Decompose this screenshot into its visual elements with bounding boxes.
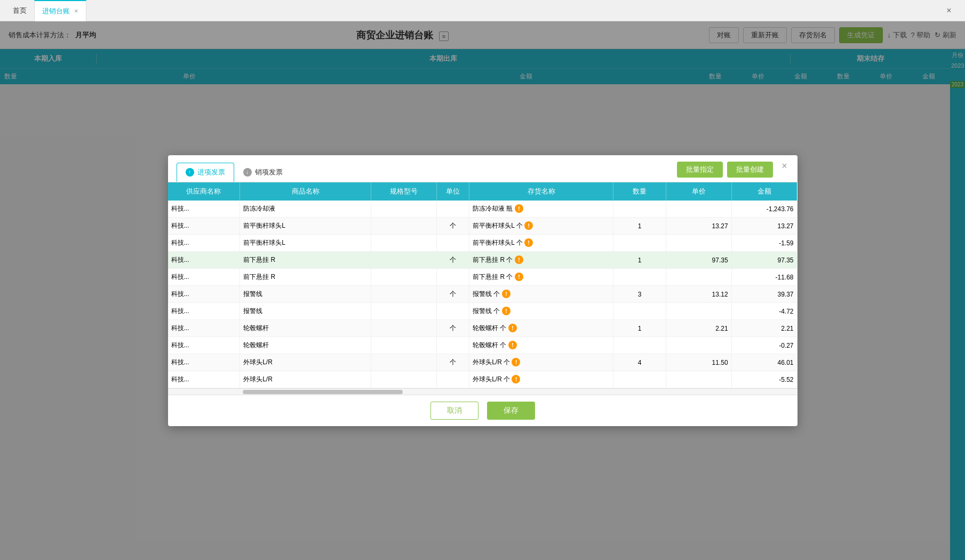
table-row[interactable]: 科技...前下悬挂 R前下悬挂 R 个 !-11.68 [168, 269, 797, 286]
table-row[interactable]: 科技...前下悬挂 R个前下悬挂 R 个 !197.3597.35 [168, 252, 797, 269]
table-row[interactable]: 科技...外球头L/R外球头L/R 个 !-5.52 [168, 371, 797, 388]
main-area: 销售成本计算方法： 月平均 商贸企业进销台账 ≡ 对账 重新开账 存货别名 生成… [0, 21, 965, 560]
warning-icon: ! [512, 375, 520, 383]
col-supplier: 供应商名称 [168, 182, 240, 201]
col-amount: 金额 [731, 182, 797, 201]
home-tab-label: 首页 [13, 6, 27, 15]
cancel-button[interactable]: 取消 [430, 402, 478, 420]
modal-header-actions: 批量指定 批量创建 [677, 162, 789, 182]
modal-body: 供应商名称 商品名称 规格型号 单位 存货名称 数量 单价 金额 科技...防冻… [168, 182, 797, 388]
warning-icon: ! [515, 255, 523, 264]
save-button[interactable]: 保存 [487, 402, 535, 420]
table-row[interactable]: 科技...前平衡杆球头L前平衡杆球头L 个 !-1.59 [168, 235, 797, 252]
income-invoice-tab[interactable]: ↑ 进项发票 [177, 163, 234, 182]
income-tab-label: 进项发票 [197, 167, 225, 177]
invoice-modal: ↑ 进项发票 ↓ 销项发票 批量指定 批量创建 × [168, 155, 797, 426]
active-tab[interactable]: 进销台账 × [34, 0, 86, 21]
table-row[interactable]: 科技...报警线报警线 个 !-4.72 [168, 303, 797, 320]
invoice-table: 供应商名称 商品名称 规格型号 单位 存货名称 数量 单价 金额 科技...防冻… [168, 182, 797, 388]
table-row[interactable]: 科技...防冻冷却液防冻冷却液 瓶 !-1,243.76 [168, 201, 797, 218]
horizontal-scrollbar[interactable] [168, 388, 797, 395]
table-row[interactable]: 科技...轮毂螺杆个轮毂螺杆 个 !12.212.21 [168, 320, 797, 337]
modal-overlay: ↑ 进项发票 ↓ 销项发票 批量指定 批量创建 × [0, 21, 965, 560]
modal-footer: 取消 保存 [168, 395, 797, 426]
sales-tab-label: 销项发票 [255, 167, 283, 177]
warning-icon: ! [502, 307, 511, 315]
warning-icon: ! [508, 341, 517, 349]
col-inventory-name: 存货名称 [469, 182, 613, 201]
window-close-button[interactable]: × [938, 0, 960, 21]
warning-icon: ! [512, 358, 520, 366]
warning-icon: ! [508, 324, 517, 332]
table-row[interactable]: 科技...报警线个报警线 个 !313.1239.37 [168, 286, 797, 303]
scrollbar-thumb[interactable] [243, 390, 403, 394]
sales-tab-icon: ↓ [243, 168, 252, 177]
col-unit-price: 单价 [666, 182, 731, 201]
tab-close-icon[interactable]: × [74, 7, 78, 15]
top-bar: 首页 进销台账 × × [0, 0, 965, 21]
table-row[interactable]: 科技...外球头L/R个外球头L/R 个 !411.5046.01 [168, 354, 797, 371]
active-tab-label: 进销台账 [42, 6, 70, 16]
col-product-name: 商品名称 [240, 182, 371, 201]
income-tab-icon: ↑ [186, 168, 194, 177]
warning-icon: ! [502, 290, 511, 298]
col-unit: 单位 [436, 182, 469, 201]
col-spec: 规格型号 [371, 182, 436, 201]
warning-icon: ! [515, 204, 523, 213]
modal-close-icon: × [781, 161, 787, 172]
sales-invoice-tab[interactable]: ↓ 销项发票 [234, 163, 292, 181]
table-row[interactable]: 科技...前平衡杆球头L个前平衡杆球头L 个 !113.2713.27 [168, 218, 797, 235]
window-close-icon: × [946, 6, 951, 15]
warning-icon: ! [524, 238, 533, 247]
batch-assign-button[interactable]: 批量指定 [677, 162, 723, 178]
table-row[interactable]: 科技...轮毂螺杆轮毂螺杆 个 !-0.27 [168, 337, 797, 354]
warning-icon: ! [524, 221, 533, 230]
batch-create-button[interactable]: 批量创建 [727, 162, 773, 178]
home-tab[interactable]: 首页 [5, 0, 34, 21]
modal-header: ↑ 进项发票 ↓ 销项发票 批量指定 批量创建 × [168, 155, 797, 182]
warning-icon: ! [515, 273, 523, 281]
col-quantity: 数量 [613, 182, 666, 201]
modal-close-button[interactable]: × [778, 159, 791, 172]
